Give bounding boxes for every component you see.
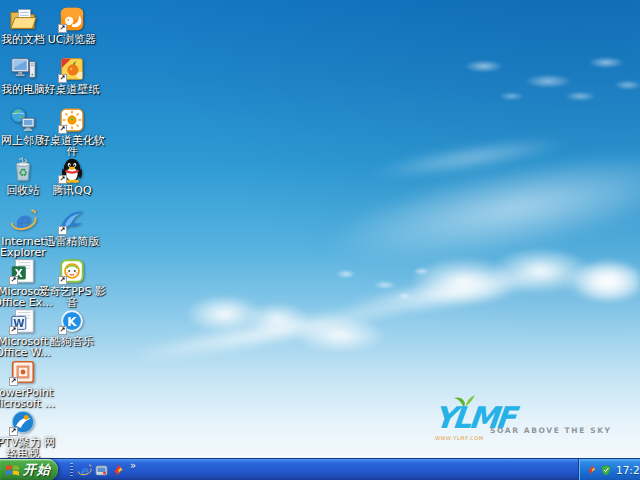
ie-icon: e: [8, 207, 38, 235]
shortcut-arrow-icon: ↗: [58, 125, 67, 134]
desktop-icon-label: 好桌道美化软 件: [26, 135, 118, 157]
svg-text:K: K: [67, 315, 77, 329]
ppt-icon: ↗: [8, 358, 38, 386]
kugou-icon: K↗: [57, 307, 87, 335]
taskbar: 开始 e» 17:23: [0, 458, 640, 480]
shortcut-arrow-icon: ↗: [58, 24, 67, 33]
start-label: 开始: [23, 461, 51, 479]
uc-icon: ↗: [57, 5, 87, 33]
system-tray: 17:23: [579, 459, 640, 480]
qq-icon: ↗: [57, 156, 87, 184]
beautify-icon: ↗: [57, 106, 87, 134]
pptv-icon: ↗: [8, 408, 38, 436]
quick-launch-app-3-icon[interactable]: [111, 463, 126, 478]
desktop-icon-grid: 我的文档↗UC浏览器我的电脑↗好桌道壁纸网上邻居↗好桌道美化软 件♻回收站↗腾讯…: [0, 0, 640, 480]
shortcut-arrow-icon: ↗: [58, 226, 67, 235]
desktop-icon-label: UC浏览器: [26, 34, 118, 45]
pps-icon: ↗: [57, 257, 87, 285]
shortcut-arrow-icon: ↗: [9, 427, 18, 436]
desktop-icon-label: 好桌道壁纸: [26, 84, 118, 95]
desktop-icon-label: PowerPoint Microsoft ...: [0, 387, 69, 409]
quick-launch-internet-explorer-icon[interactable]: e: [77, 463, 92, 478]
desktop: YLMF SOAR ABOVE THE SKY WWW.YLMF.COM 我的文…: [0, 0, 640, 480]
desktop-icon-label: 酷狗音乐: [26, 336, 118, 347]
shortcut-arrow-icon: ↗: [58, 326, 67, 335]
shortcut-arrow-icon: ↗: [58, 175, 67, 184]
xunlei-icon: ↗: [57, 207, 87, 235]
tray-swoosh-icon[interactable]: [586, 464, 598, 476]
network-icon: [8, 106, 38, 134]
folder-doc-icon: [8, 5, 38, 33]
word-icon: W↗: [8, 307, 38, 335]
excel-icon: X↗: [8, 257, 38, 285]
desktop-icon-label: 腾讯QQ: [26, 185, 118, 196]
shortcut-arrow-icon: ↗: [58, 276, 67, 285]
desktop-icon-tencent-qq[interactable]: ↗腾讯QQ: [50, 156, 94, 196]
start-button[interactable]: 开始: [0, 459, 58, 480]
taskbar-clock[interactable]: 17:23: [616, 464, 640, 476]
desktop-icon-microsoft-powerpoint[interactable]: ↗PowerPoint Microsoft ...: [1, 358, 45, 409]
svg-text:♻: ♻: [18, 166, 27, 178]
desktop-icon-internet-explorer[interactable]: eInternet Explorer: [1, 207, 45, 258]
shortcut-arrow-icon: ↗: [9, 377, 18, 386]
quick-launch-app-2-icon[interactable]: [94, 463, 109, 478]
desktop-icon-kugou-music[interactable]: K↗酷狗音乐: [50, 307, 94, 347]
desktop-icon-iqiyi-pps[interactable]: ↗爱奇艺PPS 影 音: [50, 257, 94, 308]
shortcut-arrow-icon: ↗: [58, 74, 67, 83]
quick-launch-drag-handle[interactable]: [70, 463, 73, 477]
recycle-icon: ♻: [8, 156, 38, 184]
shortcut-arrow-icon: ↗: [9, 326, 18, 335]
tray-security-icon[interactable]: [600, 464, 612, 476]
desktop-icon-pptv[interactable]: ↗PPTV聚力 网 络电视: [1, 408, 45, 459]
desktop-icon-uc-browser[interactable]: ↗UC浏览器: [50, 5, 94, 45]
desktop-icon-label: 迅雷精简版: [26, 236, 118, 247]
windows-logo-icon: [5, 463, 20, 477]
desktop-icon-haozhuodao-beautify[interactable]: ↗好桌道美化软 件: [50, 106, 94, 157]
wallpaper-icon: ↗: [57, 55, 87, 83]
quick-launch-overflow-chevron[interactable]: »: [130, 459, 136, 471]
shortcut-arrow-icon: ↗: [9, 276, 18, 285]
desktop-icon-xunlei-lite[interactable]: ↗迅雷精简版: [50, 207, 94, 247]
svg-text:e: e: [80, 463, 89, 477]
desktop-icon-microsoft-word[interactable]: W↗Microsoft Office W...: [1, 307, 45, 358]
desktop-icon-label: 爱奇艺PPS 影 音: [26, 286, 118, 308]
quick-launch-bar: e»: [64, 459, 136, 480]
computer-icon: [8, 55, 38, 83]
desktop-icon-haozhuodao-wallpaper[interactable]: ↗好桌道壁纸: [50, 55, 94, 95]
desktop-icon-label: PPTV聚力 网 络电视: [0, 437, 69, 459]
